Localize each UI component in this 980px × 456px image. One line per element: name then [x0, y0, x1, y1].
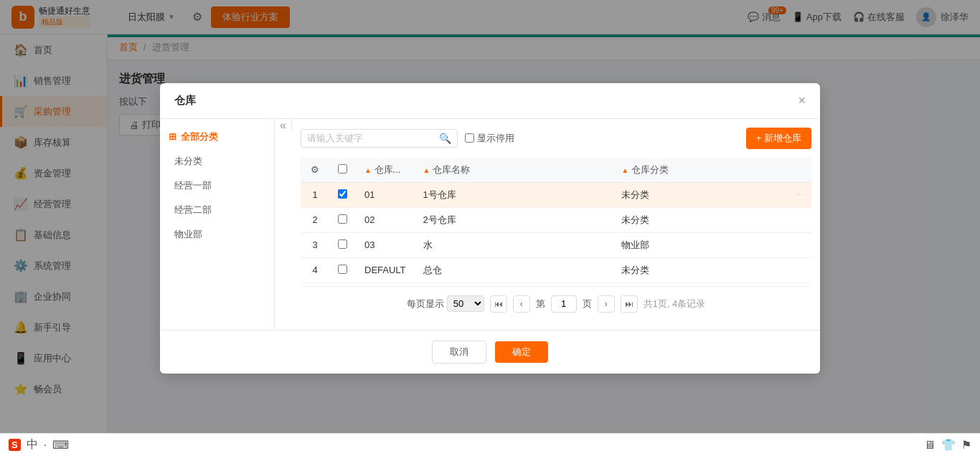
warehouse-table-wrap: ⚙ ▲ 仓库... ▲	[301, 158, 811, 283]
right-content-panel: 🔍 显示停用 + 新增仓库 ⚙	[292, 119, 820, 330]
page-number-input[interactable]	[551, 295, 577, 313]
col-settings: ⚙	[301, 158, 329, 183]
table-row[interactable]: 1 01 1号仓库 未分类···	[301, 182, 811, 207]
sort-icon-code: ▲	[364, 166, 372, 174]
row-category: 未分类	[613, 207, 811, 232]
row-no: 4	[301, 257, 329, 282]
prev-page-icon: ‹	[520, 299, 523, 309]
dialog-title: 仓库	[174, 94, 196, 108]
confirm-button[interactable]: 确定	[495, 341, 548, 363]
row-code: 03	[356, 232, 415, 257]
search-input[interactable]	[307, 133, 436, 143]
all-categories-icon: ⊞	[169, 131, 176, 142]
row-checkbox[interactable]	[338, 189, 347, 199]
cancel-button[interactable]: 取消	[432, 341, 486, 364]
category-panel: ⊞ 全部分类 未分类 经营一部 经营二部 物业部	[160, 119, 275, 330]
row-name: 水	[415, 232, 613, 257]
s-logo: S	[9, 439, 21, 451]
all-categories-label: 全部分类	[181, 130, 218, 143]
row-checkbox-cell	[329, 257, 356, 282]
row-code: 01	[356, 182, 415, 207]
row-dots: ···	[795, 189, 803, 199]
page-unit: 页	[583, 298, 592, 310]
row-checkbox[interactable]	[338, 214, 347, 224]
shirt-icon[interactable]: 👕	[941, 438, 956, 452]
collapse-panel-button[interactable]: «	[275, 119, 292, 132]
modal-overlay[interactable]: 仓库 × ⊞ 全部分类 未分类 经营一部 经营二部	[0, 0, 980, 456]
dialog-header: 仓库 ×	[160, 83, 820, 119]
col-category: ▲ 仓库分类	[613, 158, 811, 183]
warehouse-table: ⚙ ▲ 仓库... ▲	[301, 158, 811, 283]
dialog-body: ⊞ 全部分类 未分类 经营一部 经营二部 物业部 «	[160, 119, 820, 330]
row-category: 物业部	[613, 232, 811, 257]
page-label: 第	[536, 298, 545, 310]
show-disabled-label: 显示停用	[477, 132, 514, 145]
add-warehouse-button[interactable]: + 新增仓库	[746, 128, 811, 149]
sort-icon-category: ▲	[621, 166, 628, 174]
dialog-search-bar: 🔍 显示停用 + 新增仓库	[301, 128, 811, 149]
collapse-icon: «	[280, 119, 286, 132]
keyboard-icon[interactable]: ⌨	[52, 438, 69, 452]
row-checkbox[interactable]	[338, 239, 347, 249]
row-checkbox-cell	[329, 182, 356, 207]
col-settings-icon: ⚙	[311, 164, 319, 175]
last-page-button[interactable]: ⏭	[621, 295, 638, 313]
category-item-ops2[interactable]: 经营二部	[160, 198, 274, 222]
row-category: 未分类	[613, 257, 811, 282]
col-code: ▲ 仓库...	[356, 158, 415, 183]
search-icon[interactable]: 🔍	[439, 133, 451, 144]
monitor-icon[interactable]: 🖥	[924, 439, 936, 452]
prev-page-button[interactable]: ‹	[513, 295, 530, 313]
bottom-bar: S 中 · ⌨ 🖥 👕 ⚑	[0, 433, 980, 456]
per-page-label: 每页显示	[407, 298, 444, 310]
first-page-icon: ⏮	[494, 299, 503, 309]
last-page-icon: ⏭	[625, 299, 633, 309]
first-page-button[interactable]: ⏮	[490, 295, 507, 313]
row-category: 未分类···	[613, 182, 811, 207]
dot-icon: ·	[44, 439, 47, 452]
row-checkbox[interactable]	[338, 265, 347, 274]
row-no: 2	[301, 207, 329, 232]
bottom-right: 🖥 👕 ⚑	[924, 438, 971, 452]
flag-icon[interactable]: ⚑	[961, 438, 971, 452]
next-page-icon: ›	[605, 299, 608, 309]
row-name: 总仓	[415, 257, 613, 282]
category-item-unclassified[interactable]: 未分类	[160, 149, 274, 174]
per-page-select[interactable]: 50 10 20 100	[447, 295, 484, 312]
sort-icon-name: ▲	[423, 166, 430, 174]
show-disabled-checkbox[interactable]	[465, 133, 474, 143]
category-item-property[interactable]: 物业部	[160, 222, 274, 247]
row-code: DEFAULT	[356, 257, 415, 282]
row-name: 2号仓库	[415, 207, 613, 232]
per-page-select-wrap: 每页显示 50 10 20 100	[407, 295, 484, 312]
col-name: ▲ 仓库名称	[415, 158, 613, 183]
bottom-left: S 中 · ⌨	[9, 437, 69, 452]
all-categories-item[interactable]: ⊞ 全部分类	[160, 125, 274, 149]
next-page-button[interactable]: ›	[598, 295, 615, 313]
show-disabled-checkbox-wrap: 显示停用	[465, 132, 514, 145]
search-input-wrap: 🔍	[301, 129, 458, 148]
warehouse-dialog: 仓库 × ⊞ 全部分类 未分类 经营一部 经营二部	[160, 83, 820, 374]
row-name: 1号仓库	[415, 182, 613, 207]
dialog-footer: 取消 确定	[160, 330, 820, 374]
table-row[interactable]: 2 02 2号仓库 未分类	[301, 207, 811, 232]
pagination-bar: 每页显示 50 10 20 100 ⏮ ‹ 第	[301, 286, 811, 321]
row-checkbox-cell	[329, 232, 356, 257]
row-code: 02	[356, 207, 415, 232]
dialog-close-button[interactable]: ×	[798, 93, 806, 108]
row-no: 3	[301, 232, 329, 257]
table-row[interactable]: 3 03 水 物业部	[301, 232, 811, 257]
total-info: 共1页, 4条记录	[644, 298, 706, 310]
row-checkbox-cell	[329, 207, 356, 232]
category-item-ops1[interactable]: 经营一部	[160, 174, 274, 198]
zh-icon[interactable]: 中	[27, 437, 38, 452]
table-header-row: ⚙ ▲ 仓库... ▲	[301, 158, 811, 183]
select-all-checkbox[interactable]	[338, 164, 347, 174]
col-checkbox	[329, 158, 356, 183]
table-row[interactable]: 4 DEFAULT 总仓 未分类	[301, 257, 811, 282]
row-no: 1	[301, 182, 329, 207]
